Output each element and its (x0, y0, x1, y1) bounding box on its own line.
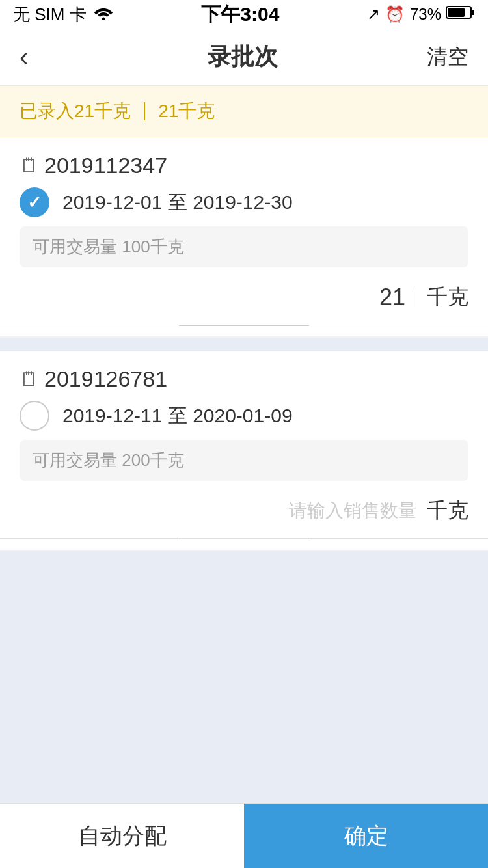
batch-card-2: 🗒 2019126781 ✓ 2019-12-11 至 2020-01-09 可… (0, 351, 488, 550)
batch-2-id: 2019126781 (44, 366, 167, 392)
clear-button[interactable]: 清空 (427, 43, 468, 72)
summary-value: 21千克 (158, 99, 215, 124)
batch-1-qty: 21 (379, 284, 405, 311)
batch-2-available: 可用交易量 200千克 (20, 440, 468, 481)
no-sim-text: 无 SIM 卡 (13, 3, 87, 26)
batch-2-input-row: 请输入销售数量 千克 (0, 487, 488, 539)
input-cursor (416, 288, 416, 307)
battery-text: 73% (410, 5, 441, 23)
svg-point-0 (102, 17, 105, 20)
alarm-icon: ⏰ (385, 5, 405, 23)
battery-icon (446, 5, 475, 23)
batch-1-checkbox[interactable]: ✓ (20, 187, 49, 217)
checkmark-icon: ✓ (27, 193, 42, 213)
summary-divider (144, 102, 145, 120)
batch-2-header: 🗒 2019126781 (0, 351, 488, 397)
batch-1-id: 2019112347 (44, 153, 167, 178)
batch-1-date: 2019-12-01 至 2019-12-30 (62, 189, 293, 216)
batch-1-input-row: 21 千克 (0, 274, 488, 325)
summary-bar: 已录入21千克 21千克 (0, 86, 488, 137)
batch-2-checkbox[interactable]: ✓ (20, 401, 49, 431)
svg-rect-3 (448, 8, 465, 17)
summary-recorded-label: 已录入21千克 (20, 99, 131, 124)
status-left: 无 SIM 卡 (13, 3, 114, 26)
confirm-button[interactable]: 确定 (244, 804, 488, 868)
back-button[interactable]: ‹ (20, 42, 59, 72)
status-right: ↗ ⏰ 73% (367, 5, 475, 23)
batch-1-header: 🗒 2019112347 (0, 137, 488, 183)
status-time: 下午3:04 (201, 1, 279, 28)
doc-icon-1: 🗒 (20, 155, 39, 177)
section-separator-1 (0, 338, 488, 351)
doc-icon-2: 🗒 (20, 368, 39, 390)
location-icon: ↗ (367, 5, 380, 23)
wifi-icon (93, 5, 114, 25)
batch-2-unit: 千克 (427, 496, 468, 525)
batch-2-date: 2019-12-11 至 2020-01-09 (62, 403, 293, 429)
batch-card-1: 🗒 2019112347 ✓ 2019-12-01 至 2019-12-30 可… (0, 137, 488, 336)
section-separator-2 (0, 551, 488, 564)
batch-2-date-row: ✓ 2019-12-11 至 2020-01-09 (0, 397, 488, 435)
nav-bar: ‹ 录批次 清空 (0, 29, 488, 86)
svg-rect-2 (471, 10, 474, 15)
bottom-bar: 自动分配 确定 (0, 803, 488, 868)
auto-distribute-button[interactable]: 自动分配 (0, 804, 244, 868)
batch-1-unit: 千克 (427, 283, 468, 312)
batch-1-available: 可用交易量 100千克 (20, 226, 468, 267)
status-bar: 无 SIM 卡 下午3:04 ↗ ⏰ 73% (0, 0, 488, 29)
batch-1-date-row: ✓ 2019-12-01 至 2019-12-30 (0, 183, 488, 221)
page-title: 录批次 (208, 41, 278, 73)
batch-2-qty-placeholder: 请输入销售数量 (20, 498, 416, 523)
